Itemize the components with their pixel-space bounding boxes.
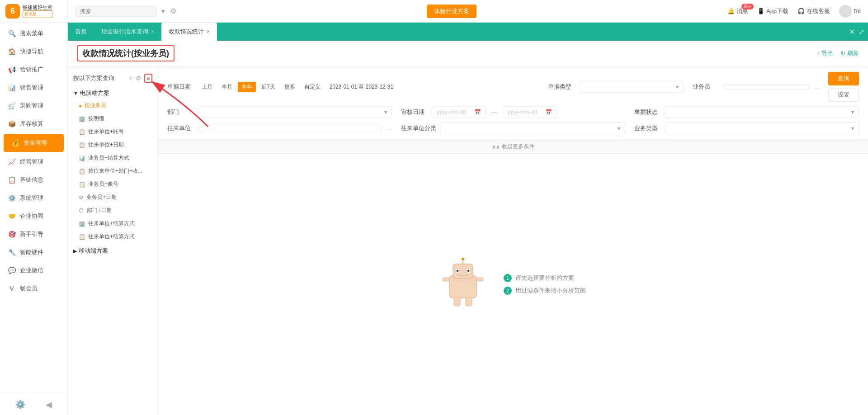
scheme-item-salesman-payment[interactable]: 📊 业务员+结算方式 bbox=[68, 151, 158, 165]
trial-button[interactable]: 体验行业方案 bbox=[427, 5, 476, 18]
dept-select[interactable]: ▾ bbox=[198, 106, 392, 118]
svg-rect-11 bbox=[466, 297, 472, 306]
tab-home[interactable]: 首页 bbox=[68, 23, 94, 41]
pc-scheme-header[interactable]: ▼ 电脑端方案 bbox=[68, 87, 158, 99]
query-button[interactable]: 查询 bbox=[828, 72, 859, 85]
scheme-item-unit-date[interactable]: 📋 往来单位+日期 bbox=[68, 138, 158, 151]
window-close-icon[interactable]: ✕ bbox=[849, 28, 855, 36]
sidebar-item-hardware-label: 智能硬件 bbox=[20, 248, 43, 256]
app-download-item[interactable]: 📱 App下载 bbox=[757, 7, 788, 15]
scheme-item-salesman-date[interactable]: ⚙ 业务员+日期 bbox=[68, 191, 158, 204]
dropdown-icon[interactable]: ▼ bbox=[160, 8, 166, 15]
counterpart-label: 往来单位 bbox=[167, 124, 194, 132]
sidebar-item-sales-label: 销售管理 bbox=[20, 84, 43, 92]
notification-item[interactable]: 🔔 消息 99+ bbox=[727, 7, 748, 15]
right-content: 单据日期 上月 本月 本年 近7天 更多 自定义 2023-01-01 至 20… bbox=[158, 66, 868, 415]
scheme-item-detail[interactable]: 🏢 按明细 bbox=[68, 112, 158, 125]
date-tab-last-month[interactable]: 上月 bbox=[198, 82, 216, 92]
scheme-item-unit-payment2[interactable]: 📋 往来单位+结算方式 bbox=[68, 230, 158, 243]
tab-bank-flow-close[interactable]: × bbox=[151, 28, 154, 35]
search-input[interactable] bbox=[75, 6, 156, 17]
marketing-icon: 📢 bbox=[7, 65, 16, 74]
docstatus-select[interactable]: ▾ bbox=[665, 106, 859, 118]
sidebar-item-guide[interactable]: 🎯 新手引导 bbox=[0, 225, 67, 243]
date-tab-this-year[interactable]: 本年 bbox=[238, 82, 256, 92]
salesman-date-icon: ⚙ bbox=[79, 194, 84, 201]
mobile-scheme-header[interactable]: ▶ 移动端方案 bbox=[68, 245, 158, 257]
scheme-item-dept-date[interactable]: ⏱ 部门+日期 bbox=[68, 204, 158, 217]
page-actions: ↑ 导出 ↻ 刷新 bbox=[817, 49, 859, 57]
doctype-select[interactable]: ▾ bbox=[579, 81, 684, 93]
sidebar-item-member[interactable]: V 畅会员 bbox=[0, 279, 67, 297]
sidebar-collapse-icon[interactable]: ◀ bbox=[46, 400, 52, 410]
collapse-icon: ∧∧ bbox=[492, 144, 500, 150]
scheme-item-salesman[interactable]: ● 按业务员 bbox=[68, 99, 158, 112]
sidebar-item-inventory[interactable]: 📦 库存核算 bbox=[0, 115, 67, 133]
sidebar-item-system[interactable]: ⚙️ 系统管理 bbox=[0, 189, 67, 207]
scheme-item-unit-payment1-label: 往来单位+结算方式 bbox=[88, 220, 135, 227]
sidebar-item-hardware[interactable]: 🔧 智能硬件 bbox=[0, 243, 67, 261]
user-avatar-item[interactable]: Rit bbox=[839, 5, 861, 18]
sidebar-item-purchase[interactable]: 🛒 采购管理 bbox=[0, 97, 67, 115]
add-scheme-icon[interactable]: + bbox=[129, 74, 133, 82]
counterpart-select[interactable] bbox=[198, 126, 382, 131]
hardware-icon: 🔧 bbox=[7, 248, 16, 257]
date-tab-7days[interactable]: 近7天 bbox=[258, 82, 279, 92]
scheme-item-unit-payment1[interactable]: 🏢 往来单位+结算方式 bbox=[68, 217, 158, 230]
sidebar-item-finance[interactable]: 💰 资金管理 bbox=[4, 134, 64, 152]
export-button[interactable]: ↑ 导出 bbox=[817, 49, 834, 57]
home-icon: 🏠 bbox=[7, 47, 16, 56]
page-header: 收款情况统计(按业务员) ↑ 导出 ↻ 刷新 bbox=[68, 41, 868, 66]
salesman-more-icon[interactable]: ... bbox=[815, 84, 819, 90]
review-date-to[interactable]: yyyy-mm-dd 📅 bbox=[503, 106, 557, 118]
doctype-label: 单据类型 bbox=[548, 83, 575, 91]
collapse-panel-icon[interactable]: « bbox=[144, 74, 152, 83]
user-avatar bbox=[839, 5, 852, 18]
gear-icon[interactable]: ⚙ bbox=[170, 7, 176, 15]
sidebar-item-quick-nav-label: 快捷导航 bbox=[20, 47, 43, 56]
sidebar-item-enterprise[interactable]: 🤝 企业协同 bbox=[0, 207, 67, 225]
user-name: Rit bbox=[854, 8, 861, 14]
scheme-item-unit-account[interactable]: 📋 往来单位+账号 bbox=[68, 125, 158, 138]
sidebar-item-operations[interactable]: 📈 经营管理 bbox=[0, 153, 67, 171]
sales-icon: 📊 bbox=[7, 83, 16, 92]
scheme-item-salesman-account[interactable]: 📋 业务员+账号 bbox=[68, 178, 158, 191]
tab-bank-flow[interactable]: 现金银行流水查询 × bbox=[94, 23, 161, 41]
window-expand-icon[interactable]: ⤢ bbox=[859, 28, 864, 36]
sidebar-item-wechat[interactable]: 💬 企业微信 bbox=[0, 261, 67, 279]
sidebar-item-system-label: 系统管理 bbox=[20, 194, 43, 202]
salesman-select[interactable] bbox=[723, 84, 809, 90]
date-tab-custom[interactable]: 自定义 bbox=[301, 82, 324, 92]
sidebar-item-enterprise-label: 企业协同 bbox=[20, 212, 43, 220]
filter-area: 单据日期 上月 本月 本年 近7天 更多 自定义 2023-01-01 至 20… bbox=[158, 66, 868, 140]
unit-account-icon: 📋 bbox=[79, 129, 85, 135]
mobile-scheme-arrow: ▶ bbox=[73, 248, 77, 254]
setting-button[interactable]: 设置 bbox=[828, 88, 859, 102]
review-date-from[interactable]: yyyy-mm-dd 📅 bbox=[432, 106, 486, 118]
online-service-item[interactable]: 🎧 在线客服 bbox=[797, 7, 830, 15]
business-type-select[interactable]: ▾ bbox=[665, 123, 859, 134]
salesman-payment-icon: 📊 bbox=[79, 155, 85, 161]
filter-row-1: 单据日期 上月 本月 本年 近7天 更多 自定义 2023-01-01 至 20… bbox=[167, 72, 859, 102]
counterpart-more-icon[interactable]: ... bbox=[387, 125, 392, 132]
panel-header-label: 按以下方案查询 bbox=[73, 74, 114, 82]
collapse-bar[interactable]: ∧∧ 收起更多条件 bbox=[158, 140, 868, 154]
tab-collection-stats[interactable]: 收款情况统计 × bbox=[161, 23, 217, 41]
sidebar-item-basic[interactable]: 📋 基础信息 bbox=[0, 171, 67, 189]
sidebar-item-search[interactable]: 🔍 搜索菜单 bbox=[0, 24, 67, 42]
refresh-button[interactable]: ↻ 刷新 bbox=[840, 49, 859, 57]
export-label: 导出 bbox=[821, 49, 833, 57]
sidebar-item-marketing[interactable]: 📢 营销推广 bbox=[0, 61, 67, 79]
top-header: ▼ ⚙ 体验行业方案 🔔 消息 99+ 📱 App下载 🎧 在线客服 Rit bbox=[68, 0, 868, 23]
scheme-item-unit-dept-collect[interactable]: 📋 按往来单位+部门+收... bbox=[68, 165, 158, 178]
date-tab-more[interactable]: 更多 bbox=[281, 82, 299, 92]
sidebar-item-quick-nav[interactable]: 🏠 快捷导航 bbox=[0, 42, 67, 61]
sidebar-settings-icon[interactable]: ⚙️ bbox=[15, 400, 25, 410]
filter-docstatus-item: 单据状态 ▾ bbox=[634, 106, 859, 118]
sidebar-item-sales[interactable]: 📊 销售管理 bbox=[0, 79, 67, 97]
review-date-label: 审核日期 bbox=[401, 108, 428, 116]
tab-collection-stats-close[interactable]: × bbox=[207, 28, 210, 35]
counterpart-classify-select[interactable]: ▾ bbox=[440, 123, 626, 134]
date-tab-this-month[interactable]: 本月 bbox=[218, 82, 236, 92]
scheme-settings-icon[interactable]: ⚙ bbox=[136, 75, 142, 82]
